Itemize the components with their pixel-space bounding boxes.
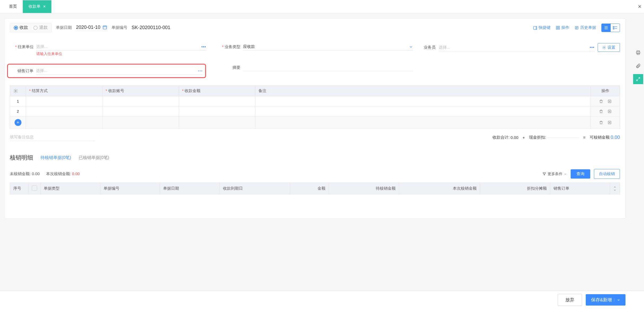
table-row: 1	[10, 96, 620, 106]
more-icon[interactable]: •••	[202, 45, 206, 49]
sales-order-input[interactable]: 选择... •••	[36, 67, 203, 75]
insert-icon[interactable]	[607, 109, 612, 113]
remark-input[interactable]: 填写备注信息	[10, 134, 95, 141]
discount-input[interactable]	[547, 137, 579, 138]
col-remark: 备注	[255, 86, 591, 96]
rail-print-icon[interactable]	[633, 48, 643, 58]
operation-link[interactable]: 操作	[556, 25, 569, 30]
doc-no-value: SK-20200110-001	[132, 25, 170, 30]
biz-type-select[interactable]: 应收款	[243, 43, 413, 51]
insert-icon[interactable]	[607, 120, 612, 125]
tab-done[interactable]: 已核销单据(0笔)	[79, 155, 109, 161]
more-cond-label: 更多条件	[548, 172, 562, 176]
tab-home-label: 首页	[9, 4, 17, 9]
cell-settle[interactable]	[26, 96, 102, 106]
main-content: 收款 退款 单据日期 2020-01-10 单据编号 SK-20200110-0…	[4, 19, 625, 219]
chevron-down-icon[interactable]	[409, 45, 413, 49]
toolbar-right: 快捷键 操作 历史单据	[533, 24, 620, 32]
doc-no-label: 单据编号	[111, 25, 127, 30]
doc-date-input[interactable]: 2020-01-10	[76, 25, 107, 31]
more-icon[interactable]: •••	[590, 45, 594, 49]
writeoff-label: 可核销金额	[590, 135, 610, 140]
tab-home[interactable]: 首页	[3, 0, 23, 13]
vcol-discount[interactable]: 折扣分摊额	[480, 183, 550, 194]
radio-receipt-label: 收款	[20, 25, 28, 30]
shortcut-link[interactable]: 快捷键	[533, 25, 551, 30]
partner-input[interactable]: 选择... •••	[36, 43, 206, 51]
vcol-seq: 序号	[10, 183, 29, 194]
insert-icon[interactable]	[607, 99, 612, 103]
tab-receipt[interactable]: 收款单 ×	[23, 0, 51, 13]
svg-rect-5	[558, 28, 560, 29]
cell-amount[interactable]	[179, 96, 255, 106]
remark-placeholder: 填写备注信息	[10, 135, 34, 139]
vcol-this[interactable]: 本次核销金额	[399, 183, 480, 194]
delete-icon[interactable]	[599, 120, 603, 125]
vcol-amount[interactable]: 金额	[290, 183, 329, 194]
view-list-button[interactable]	[602, 24, 611, 32]
total-label: 收款合计:	[493, 135, 509, 140]
vcol-sales-order[interactable]: 销售订单	[550, 183, 610, 194]
radio-unchecked-icon	[33, 26, 38, 30]
svg-rect-2	[556, 26, 558, 28]
svg-point-9	[604, 47, 605, 48]
receipt-refund-toggle: 收款 退款	[10, 23, 52, 32]
vcol-doc-date[interactable]: 单据日期	[160, 183, 220, 194]
field-clerk-row: 业务员 选择... ••• 设置	[424, 43, 620, 52]
vcol-doc-type[interactable]: 单据类型	[41, 183, 100, 194]
field-summary: 摘要	[217, 64, 413, 71]
cell-amount[interactable]	[179, 106, 255, 116]
radio-checked-icon	[14, 26, 18, 30]
summary-label: 摘要	[217, 65, 240, 70]
vcol-pending[interactable]: 待核销金额	[329, 183, 399, 194]
cell-account[interactable]	[102, 106, 179, 116]
verify-section-header: 核销明细 待核销单据(0笔) 已核销单据(0笔)	[10, 154, 620, 162]
radio-receipt[interactable]: 收款	[14, 25, 28, 30]
cell-remark[interactable]	[255, 96, 591, 106]
rail-expand-icon[interactable]	[633, 74, 643, 84]
cell-account[interactable]	[102, 96, 179, 106]
doc-date-label: 单据日期	[56, 25, 72, 30]
clerk-label: 业务员	[424, 45, 436, 50]
discount-summary: 现金折扣:	[529, 135, 579, 140]
cell-remark[interactable]	[255, 106, 591, 116]
delete-icon[interactable]	[599, 99, 603, 103]
cell-settle[interactable]	[26, 106, 102, 116]
summary-input[interactable]	[243, 64, 413, 71]
row-index: 2	[10, 106, 26, 116]
svg-rect-0	[103, 26, 107, 29]
vcol-checkbox[interactable]	[29, 183, 41, 194]
view-card-button[interactable]	[611, 24, 620, 32]
close-all-tabs-icon[interactable]: ×	[638, 3, 641, 10]
close-icon[interactable]: ×	[43, 4, 46, 9]
vcol-due-date[interactable]: 收款到期日	[220, 183, 290, 194]
tab-pending[interactable]: 待核销单据(0笔)	[41, 155, 71, 161]
table-gear-header[interactable]	[10, 86, 26, 96]
svg-rect-1	[534, 26, 536, 29]
vcol-doc-no[interactable]: 单据编号	[100, 183, 160, 194]
radio-refund[interactable]: 退款	[33, 25, 48, 30]
tabs-bar: 首页 收款单 × ×	[0, 0, 644, 13]
auto-writeoff-button[interactable]: 自动核销	[594, 169, 620, 179]
field-biz-type: 业务类型 应收款	[217, 43, 413, 51]
svg-rect-7	[613, 26, 614, 27]
field-partner-wrapper: 往来单位 选择... ••• 请输入往来单位	[10, 43, 206, 56]
history-link[interactable]: 历史单据	[575, 25, 596, 30]
keyboard-icon	[533, 26, 537, 30]
unwriteoff-stat: 未核销金额: 0.00	[10, 171, 40, 176]
more-icon[interactable]: •••	[198, 69, 203, 73]
svg-point-10	[15, 90, 16, 92]
rail-attachment-icon[interactable]	[633, 61, 643, 71]
verify-toolbar: 未核销金额: 0.00 本次核销金额: 0.00 更多条件 查询 自动核销	[10, 169, 620, 179]
add-row-button[interactable]: +	[15, 119, 21, 126]
vcol-sort-handle[interactable]	[610, 183, 620, 194]
query-button[interactable]: 查询	[571, 169, 590, 179]
settings-button[interactable]: 设置	[598, 43, 620, 52]
calendar-icon[interactable]	[102, 25, 107, 30]
clerk-placeholder: 选择...	[439, 45, 450, 50]
verify-table: 序号 单据类型 单据编号 单据日期 收款到期日 金额 待核销金额 本次核销金额 …	[10, 183, 620, 194]
partner-label: 往来单位	[10, 44, 34, 49]
delete-icon[interactable]	[599, 109, 603, 113]
clerk-input[interactable]: 选择... •••	[439, 44, 594, 51]
more-conditions[interactable]: 更多条件	[542, 172, 567, 176]
